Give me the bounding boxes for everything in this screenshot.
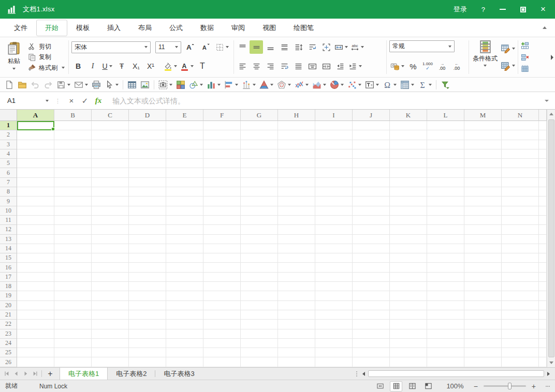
cell-J5[interactable] (353, 159, 390, 168)
cell-L4[interactable] (427, 149, 464, 159)
insert-function-button[interactable]: fx (92, 95, 105, 107)
cell-C21[interactable] (92, 310, 129, 320)
cell-F23[interactable] (203, 329, 241, 339)
cell-N8[interactable] (502, 187, 539, 197)
delete-cells-button[interactable] (521, 53, 529, 62)
cell-I19[interactable] (315, 291, 353, 300)
cell-E11[interactable] (166, 216, 203, 225)
row-header-24[interactable]: 24 (0, 339, 17, 348)
cell-N9[interactable] (502, 197, 539, 206)
table-button[interactable] (126, 79, 138, 91)
cell-partial[interactable] (539, 187, 547, 197)
wrap-text-button[interactable] (278, 59, 291, 73)
cell-J18[interactable] (353, 282, 390, 291)
cell-C16[interactable] (92, 263, 129, 272)
cell-G10[interactable] (241, 206, 278, 216)
cell-A11[interactable] (17, 216, 54, 225)
cell-partial[interactable] (539, 149, 547, 159)
cell-G22[interactable] (241, 320, 278, 329)
cell-A24[interactable] (17, 339, 54, 348)
row-header-15[interactable]: 15 (0, 253, 17, 263)
cell-I7[interactable] (315, 178, 353, 187)
cell-E22[interactable] (166, 320, 203, 329)
cell-K17[interactable] (390, 273, 427, 282)
cell-K22[interactable] (390, 320, 427, 329)
cell-B12[interactable] (54, 225, 92, 234)
cell-A3[interactable] (17, 140, 54, 149)
cell-L1[interactable] (427, 121, 464, 130)
cell-M12[interactable] (464, 225, 502, 234)
menu-tab-6[interactable]: 公式 (160, 20, 192, 36)
cell-F11[interactable] (203, 216, 241, 225)
cell-I16[interactable] (315, 263, 353, 272)
font-name-select[interactable]: 宋体 (71, 41, 151, 53)
align-left-button[interactable] (236, 59, 249, 73)
cell-G14[interactable] (241, 244, 278, 253)
column-chart-button[interactable] (205, 79, 222, 91)
stock-chart-caret-icon[interactable] (253, 84, 256, 86)
cell-G1[interactable] (241, 121, 278, 130)
cell-E15[interactable] (166, 253, 203, 263)
row-header-13[interactable]: 13 (0, 235, 17, 244)
cell-F19[interactable] (203, 291, 241, 300)
cell-F1[interactable] (203, 121, 241, 130)
cell-E2[interactable] (166, 130, 203, 140)
cell-B11[interactable] (54, 216, 92, 225)
insert-cells-button[interactable] (521, 41, 529, 50)
cell-F8[interactable] (203, 187, 241, 197)
cell-G18[interactable] (241, 282, 278, 291)
row-header-5[interactable]: 5 (0, 159, 17, 168)
cell-partial[interactable] (539, 121, 547, 130)
cell-E9[interactable] (166, 197, 203, 206)
cell-L18[interactable] (427, 282, 464, 291)
row-header-16[interactable]: 16 (0, 263, 17, 272)
wrap-return-button[interactable] (305, 40, 319, 54)
cell-A12[interactable] (17, 225, 54, 234)
cell-B9[interactable] (54, 197, 92, 206)
fill-color-button[interactable] (163, 59, 178, 73)
cell-H14[interactable] (278, 244, 315, 253)
cell-G15[interactable] (241, 253, 278, 263)
cell-C25[interactable] (92, 348, 129, 357)
column-header-M[interactable]: M (464, 110, 502, 121)
cell-N1[interactable] (502, 121, 539, 130)
cell-B18[interactable] (54, 282, 92, 291)
cell-E20[interactable] (166, 301, 203, 310)
horizontal-scrollbar[interactable] (368, 370, 544, 377)
cell-N26[interactable] (502, 357, 539, 367)
cell-A23[interactable] (17, 329, 54, 339)
row-header-12[interactable]: 12 (0, 225, 17, 234)
cell-D19[interactable] (129, 291, 166, 300)
cell-K11[interactable] (390, 216, 427, 225)
cell-partial[interactable] (539, 206, 547, 216)
cell-I14[interactable] (315, 244, 353, 253)
cell-N14[interactable] (502, 244, 539, 253)
pivot-table-button[interactable] (399, 79, 416, 91)
text-box-caret-icon[interactable] (376, 84, 379, 86)
cell-G4[interactable] (241, 149, 278, 159)
row-header-2[interactable]: 2 (0, 130, 17, 140)
strikethrough-button[interactable]: Ŧ (115, 59, 128, 73)
align-bottom-button[interactable] (264, 40, 277, 54)
cell-L25[interactable] (427, 348, 464, 357)
expand-formula-bar-button[interactable] (542, 100, 552, 102)
cell-B2[interactable] (54, 130, 92, 140)
cell-K5[interactable] (390, 159, 427, 168)
area-chart-caret-icon[interactable] (323, 84, 326, 86)
row-header-6[interactable]: 6 (0, 168, 17, 177)
menu-tab-7[interactable]: 数据 (192, 20, 223, 36)
cell-N12[interactable] (502, 225, 539, 234)
cell-style-caret-icon[interactable] (512, 65, 515, 67)
format-painter-caret-icon[interactable] (62, 67, 65, 69)
increase-font-button[interactable]: A (183, 40, 197, 54)
cell-A5[interactable] (17, 159, 54, 168)
cell-K23[interactable] (390, 329, 427, 339)
cell-L16[interactable] (427, 263, 464, 272)
cell-M11[interactable] (464, 216, 502, 225)
cell-partial[interactable] (539, 329, 547, 339)
cell-D5[interactable] (129, 159, 166, 168)
scroll-down-button[interactable] (547, 358, 555, 367)
cell-F5[interactable] (203, 159, 241, 168)
zoom-in-button[interactable]: + (530, 382, 538, 390)
cell-I15[interactable] (315, 253, 353, 263)
